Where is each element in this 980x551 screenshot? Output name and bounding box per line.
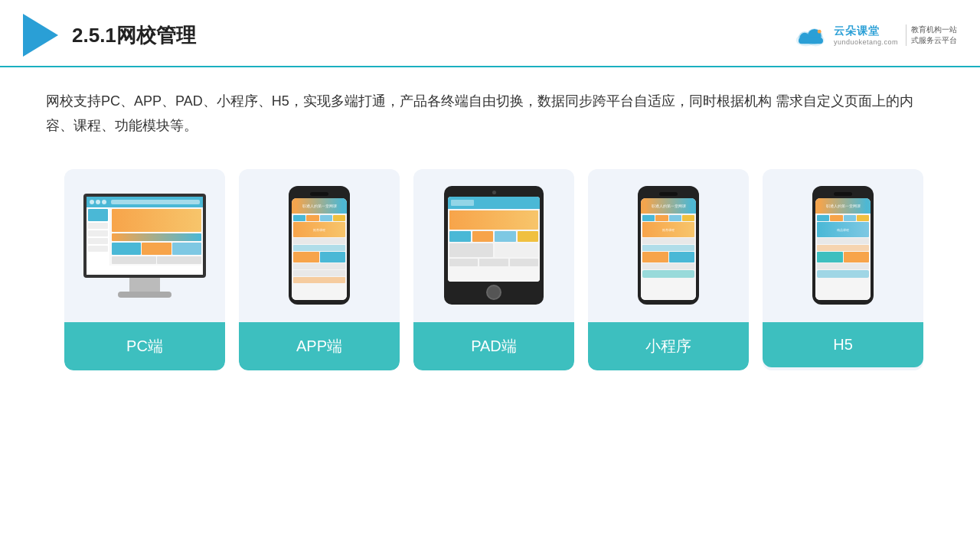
brand-logo: 云朵课堂 yunduoketang.com 教育机构一站式服务云平台 <box>792 23 957 47</box>
phone-mockup-h5: 职通人的第一堂网课 精品课程 <box>812 186 874 305</box>
card-pc: PC端 <box>64 169 225 370</box>
platform-cards: PC端 职通人的第一堂网课 <box>0 146 980 393</box>
brand-slogan: 教育机构一站式服务云平台 <box>906 24 957 46</box>
card-miniapp: 职通人的第一堂网课 推荐课程 <box>588 169 749 370</box>
tablet-mockup <box>444 186 544 305</box>
svg-rect-6 <box>799 37 823 44</box>
phone-mockup-app: 职通人的第一堂网课 推荐课程 <box>289 186 350 305</box>
brand-url: yunduoketang.com <box>834 38 898 46</box>
card-pad: PAD端 <box>413 169 574 370</box>
card-pad-image <box>413 169 574 322</box>
card-miniapp-label: 小程序 <box>588 322 749 370</box>
header-left: 2.5.1网校管理 <box>23 14 196 57</box>
monitor-screen <box>83 194 206 278</box>
card-app: 职通人的第一堂网课 推荐课程 <box>239 169 400 370</box>
logo-triangle-icon <box>23 14 58 57</box>
card-app-image: 职通人的第一堂网课 推荐课程 <box>239 169 400 322</box>
monitor-mockup <box>83 194 206 298</box>
page-title: 2.5.1网校管理 <box>72 22 196 49</box>
card-h5-label: H5 <box>763 322 923 367</box>
page-header: 2.5.1网校管理 云朵课堂 yunduoketang.com 教育机构一站式服… <box>0 0 980 67</box>
description-content: 网校支持PC、APP、PAD、小程序、H5，实现多端打通，产品各终端自由切换，数… <box>46 93 913 133</box>
card-miniapp-image: 职通人的第一堂网课 推荐课程 <box>588 169 749 322</box>
card-pc-image <box>64 169 225 322</box>
brand-name: 云朵课堂 <box>834 24 880 38</box>
brand-text: 云朵课堂 yunduoketang.com <box>834 24 898 46</box>
cloud-icon <box>792 23 829 47</box>
description-text: 网校支持PC、APP、PAD、小程序、H5，实现多端打通，产品各终端自由切换，数… <box>0 67 980 146</box>
card-pc-label: PC端 <box>64 322 225 370</box>
card-app-label: APP端 <box>239 322 400 370</box>
card-h5-image: 职通人的第一堂网课 精品课程 <box>763 169 923 322</box>
card-h5: 职通人的第一堂网课 精品课程 <box>763 169 923 370</box>
card-pad-label: PAD端 <box>413 322 574 370</box>
phone-mockup-miniapp: 职通人的第一堂网课 推荐课程 <box>638 186 699 305</box>
